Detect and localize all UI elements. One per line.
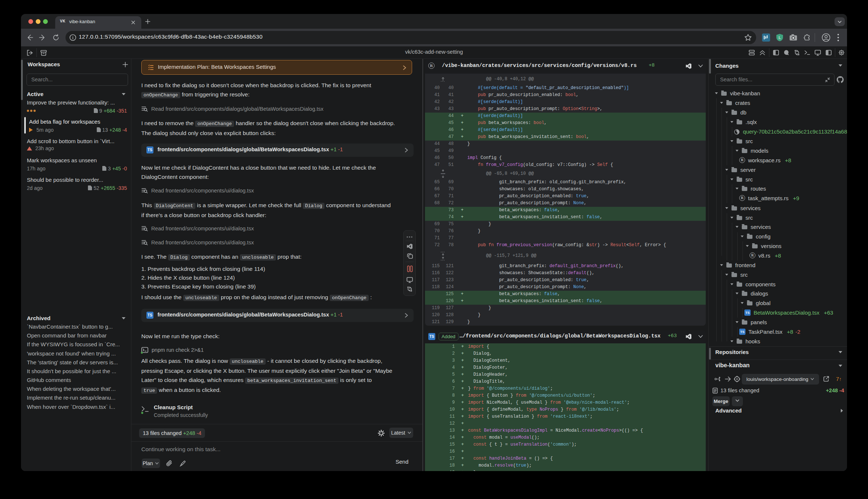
svg-text:L: L xyxy=(779,35,781,40)
